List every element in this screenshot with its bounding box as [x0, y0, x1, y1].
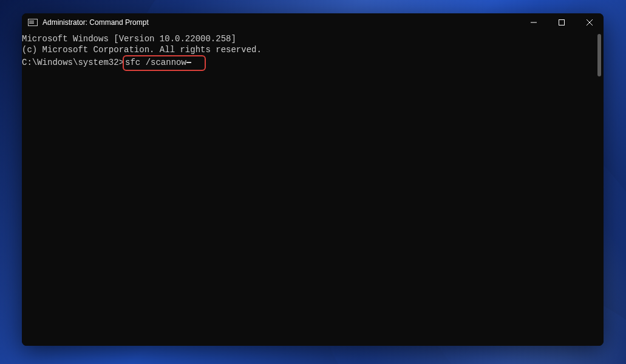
- minimize-button[interactable]: [520, 13, 548, 32]
- scrollbar-track[interactable]: [595, 34, 602, 343]
- terminal-cursor: [186, 62, 191, 63]
- close-button[interactable]: [576, 13, 604, 32]
- command-prompt-window: Administrator: Command Prompt Microsoft …: [22, 13, 604, 346]
- terminal-command-input[interactable]: sfc /scannow: [125, 58, 186, 69]
- cmd-icon: [28, 19, 38, 26]
- terminal-prompt-line: C:\Windows\system32>sfc /scannow: [22, 55, 604, 71]
- scrollbar-thumb[interactable]: [597, 34, 601, 76]
- terminal-prompt: C:\Windows\system32>: [22, 58, 124, 69]
- close-icon: [587, 19, 593, 25]
- titlebar[interactable]: Administrator: Command Prompt: [22, 13, 604, 32]
- command-highlight-box: sfc /scannow: [123, 55, 206, 71]
- terminal-output-line: Microsoft Windows [Version 10.0.22000.25…: [22, 34, 604, 45]
- window-title: Administrator: Command Prompt: [43, 18, 149, 27]
- maximize-button[interactable]: [548, 13, 576, 32]
- minimize-icon: [531, 19, 537, 25]
- maximize-icon: [559, 19, 565, 25]
- terminal-body[interactable]: Microsoft Windows [Version 10.0.22000.25…: [22, 32, 604, 346]
- terminal-output-line: (c) Microsoft Corporation. All rights re…: [22, 45, 604, 56]
- svg-rect-1: [559, 20, 565, 25]
